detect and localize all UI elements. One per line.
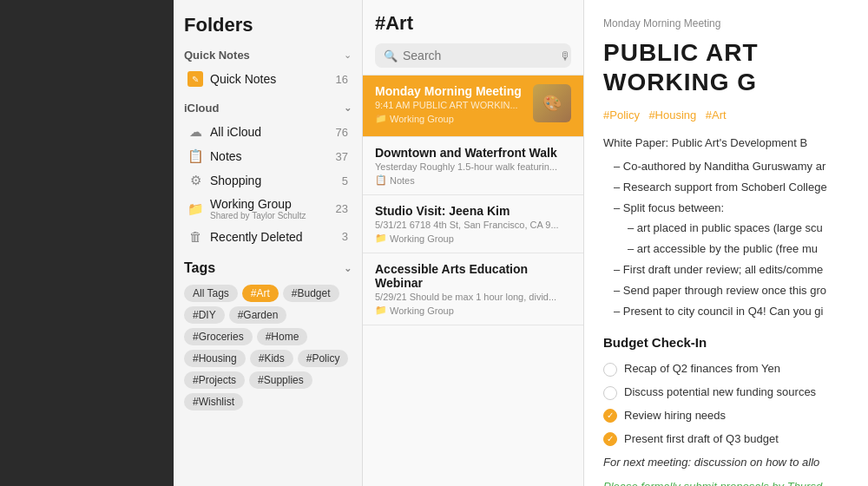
note-meta-studio: 5/31/21 6718 4th St, San Francisco, CA 9… xyxy=(375,220,571,230)
quick-notes-chevron[interactable]: ⌄ xyxy=(344,49,352,61)
checklist-item-4: ✓ Present first draft of Q3 budget xyxy=(603,430,849,449)
check-circle-4: ✓ xyxy=(603,432,617,446)
tag-garden[interactable]: #Garden xyxy=(229,306,287,324)
tag-home[interactable]: #Home xyxy=(257,328,308,345)
note-folder-monday: 📁 Working Group xyxy=(375,113,526,124)
folder-item-quicknotes[interactable]: ✎ Quick Notes 16 xyxy=(184,67,352,91)
note-detail-tags: #Policy #Housing #Art xyxy=(603,107,849,122)
folder-label-recentlydeleted: Recently Deleted xyxy=(210,230,303,244)
folder-label-workinggroup: Working Group xyxy=(210,197,306,211)
dark-sidebar xyxy=(0,0,174,486)
note-meta-monday: 9:41 AM PUBLIC ART WORKIN... xyxy=(375,100,526,110)
checklist-text-4: Present first draft of Q3 budget xyxy=(624,430,779,449)
icloud-label: iCloud xyxy=(184,102,219,115)
note-title-downtown: Downtown and Waterfront Walk xyxy=(375,146,571,160)
tags-section-header: Tags ⌄ xyxy=(184,260,352,276)
folders-title: Folders xyxy=(184,14,352,36)
allicloud-icon: ☁ xyxy=(187,124,203,140)
note-tag-art: #Art xyxy=(706,108,727,122)
workinggroup-icon3: 📁 xyxy=(375,305,387,316)
mic-icon: 🎙 xyxy=(560,49,571,62)
tag-supplies[interactable]: #Supplies xyxy=(249,371,312,389)
folder-count-allicloud: 76 xyxy=(336,126,348,139)
budget-section-title: Budget Check-In xyxy=(603,332,849,353)
tags-chevron[interactable]: ⌄ xyxy=(344,263,352,274)
search-input[interactable] xyxy=(403,49,555,62)
body-proposal-deadline: Please formally submit proposals by Thur… xyxy=(603,478,849,486)
tags-grid: All Tags #Art #Budget #DIY #Garden #Groc… xyxy=(184,285,352,410)
notes-list-title: #Art xyxy=(375,12,571,35)
workinggroup-icon: 📁 xyxy=(187,201,203,217)
note-item-downtown[interactable]: Downtown and Waterfront Walk Yesterday R… xyxy=(363,137,583,195)
trash-icon: 🗑 xyxy=(187,229,203,244)
checklist-item-2: Discuss potential new funding sources xyxy=(603,384,849,402)
folder-count-notes: 37 xyxy=(336,150,348,163)
checklist-item-3: ✓ Review hiring needs xyxy=(603,407,849,425)
body-item5: – art accessible by the public (free mu xyxy=(628,240,849,259)
body-item4: – art placed in public spaces (large scu xyxy=(628,220,849,238)
note-item-webinar[interactable]: Accessible Arts Education Webinar 5/29/2… xyxy=(363,253,583,325)
body-item3: – Split focus between: xyxy=(614,200,849,218)
folder-item-notes[interactable]: 📋 Notes 37 xyxy=(184,144,352,168)
notes-icon: 📋 xyxy=(187,148,203,164)
body-nextmeeting: For next meeting: discussion on how to a… xyxy=(603,454,849,472)
folder-item-allicloud[interactable]: ☁ All iCloud 76 xyxy=(184,120,352,144)
note-meta-downtown: Yesterday Roughly 1.5-hour walk featurin… xyxy=(375,161,571,172)
tag-policy[interactable]: #Policy xyxy=(298,350,349,367)
tag-kids[interactable]: #Kids xyxy=(250,350,293,367)
folder-count-shopping: 5 xyxy=(342,174,348,187)
body-item1: – Co-authored by Nanditha Guruswamy ar xyxy=(614,158,849,176)
search-icon: 🔍 xyxy=(384,49,398,62)
body-item7: – Send paper through review once this gr… xyxy=(614,282,849,300)
tag-projects[interactable]: #Projects xyxy=(184,371,245,389)
tag-art[interactable]: #Art xyxy=(242,285,279,302)
note-folder-studio: 📁 Working Group xyxy=(375,233,571,244)
folders-panel: Folders Quick Notes ⌄ ✎ Quick Notes 16 i… xyxy=(174,0,363,486)
quick-notes-section-header: Quick Notes ⌄ xyxy=(184,49,352,62)
note-tag-housing: #Housing xyxy=(648,108,696,122)
note-item-studio[interactable]: Studio Visit: Jeena Kim 5/31/21 6718 4th… xyxy=(363,195,583,253)
checklist-item-1: Recap of Q2 finances from Yen xyxy=(603,360,849,378)
folder-item-recentlydeleted[interactable]: 🗑 Recently Deleted 3 xyxy=(184,225,352,248)
tag-all[interactable]: All Tags xyxy=(184,285,238,302)
workinggroup-shared: Shared by Taylor Schultz xyxy=(210,211,306,220)
tags-section: Tags ⌄ All Tags #Art #Budget #DIY #Garde… xyxy=(184,260,352,410)
checklist-text-3: Review hiring needs xyxy=(624,407,726,425)
folder-label-quicknotes: Quick Notes xyxy=(210,72,276,86)
folder-count-recentlydeleted: 3 xyxy=(342,230,348,243)
notes-folder-icon: 📋 xyxy=(375,174,387,186)
quick-notes-icon: ✎ xyxy=(187,71,203,87)
folder-count-quicknotes: 16 xyxy=(336,73,348,86)
tags-label-text: Tags xyxy=(184,260,215,276)
note-title-webinar: Accessible Arts Education Webinar xyxy=(375,262,571,290)
folder-item-workinggroup[interactable]: 📁 Working Group Shared by Taylor Schultz… xyxy=(184,193,352,225)
icloud-section-header: iCloud ⌄ xyxy=(184,102,352,115)
icloud-chevron[interactable]: ⌄ xyxy=(344,102,352,114)
body-item6: – First draft under review; all edits/co… xyxy=(614,261,849,279)
folder-label-allicloud: All iCloud xyxy=(210,125,261,139)
notes-list-items: Monday Morning Meeting 9:41 AM PUBLIC AR… xyxy=(363,76,583,486)
tag-diy[interactable]: #DIY xyxy=(184,306,225,324)
workinggroup-icon2: 📁 xyxy=(375,233,387,244)
folder-item-shopping[interactable]: ⚙ Shopping 5 xyxy=(184,168,352,193)
note-meta-webinar: 5/29/21 Should be max 1 hour long, divid… xyxy=(375,292,571,302)
tag-wishlist[interactable]: #Wishlist xyxy=(184,393,243,410)
checklist-text-2: Discuss potential new funding sources xyxy=(624,384,816,402)
tag-groceries[interactable]: #Groceries xyxy=(184,328,253,345)
tag-housing[interactable]: #Housing xyxy=(184,350,246,367)
search-bar[interactable]: 🔍 🎙 xyxy=(375,43,571,68)
tag-budget[interactable]: #Budget xyxy=(283,285,339,302)
check-circle-2 xyxy=(603,386,617,400)
check-circle-1 xyxy=(603,363,617,377)
note-tag-policy: #Policy xyxy=(603,108,640,122)
note-item-monday[interactable]: Monday Morning Meeting 9:41 AM PUBLIC AR… xyxy=(363,76,583,137)
note-breadcrumb: Monday Morning Meeting xyxy=(603,17,849,30)
note-folder-webinar: 📁 Working Group xyxy=(375,305,571,316)
quick-notes-label: Quick Notes xyxy=(184,49,250,62)
body-item8: – Present to city council in Q4! Can you… xyxy=(614,303,849,321)
notes-list-header: #Art 🔍 🎙 xyxy=(363,0,583,76)
checklist-text-1: Recap of Q2 finances from Yen xyxy=(624,360,780,378)
body-item2: – Research support from Schoberl College xyxy=(614,179,849,197)
folder-label-notes: Notes xyxy=(210,149,242,163)
note-thumbnail-monday: 🎨 xyxy=(533,84,571,122)
